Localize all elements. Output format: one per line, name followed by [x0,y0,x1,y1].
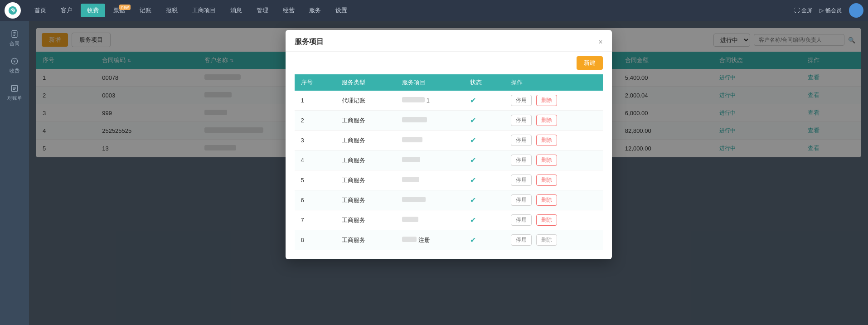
delete-button[interactable]: 删除 [536,175,557,186]
main-layout: 合同 ¥ 收费 对账单 [0,21,868,325]
modal-new-button[interactable]: 新建 [577,56,603,70]
modal-col-action: 操作 [504,74,602,91]
status-check-icon: ✔ [470,97,476,104]
modal-col-type: 服务类型 [335,74,396,91]
sidebar-item-statement[interactable]: 对账单 [2,80,27,105]
status-check-icon: ✔ [470,196,476,204]
sidebar-item-contract[interactable]: 合同 [2,25,27,51]
stop-button[interactable]: 停用 [511,135,532,146]
nav-invoice[interactable]: 票据 new [107,4,131,17]
modal-overlay[interactable]: 服务项目 × 新建 序号 服务类型 [29,21,868,325]
service-items-table: 序号 服务类型 服务项目 状态 操作 1 [295,74,603,250]
nav-right: ⛶ 全屏 ▷ 畅会员 [794,3,863,18]
modal-col-item: 服务项目 [396,74,464,91]
status-check-icon: ✔ [470,216,476,224]
list-item: 7 工商服务 ✔ 停用 删除 [295,210,603,230]
svg-point-1 [12,10,14,11]
fee-icon: ¥ [10,57,19,66]
nav-client[interactable]: 客户 [54,4,79,17]
list-item: 6 工商服务 ✔ 停用 删除 [295,190,603,210]
nav-home[interactable]: 首页 [28,4,53,17]
list-item: 4 工商服务 ✔ 停用 删除 [295,150,603,170]
delete-button-disabled[interactable]: 删除 [536,234,557,246]
sidebar-item-fee[interactable]: ¥ 收费 [2,53,27,78]
logo [5,2,21,19]
nav-bizproject[interactable]: 工商项目 [186,4,222,17]
nav-settings[interactable]: 设置 [329,4,354,17]
nav-items: 首页 客户 收费 票据 new 记账 报税 工商项目 消息 管理 经营 服务 设… [28,4,794,17]
list-item: 3 工商服务 ✔ 停用 删除 [295,131,603,150]
fullscreen-btn[interactable]: ⛶ 全屏 [794,7,812,15]
app-root: 首页 客户 收费 票据 new 记账 报税 工商项目 消息 管理 经营 服务 设… [0,0,868,325]
nav-tax[interactable]: 报税 [160,4,184,17]
list-item: 5 工商服务 ✔ 停用 删除 [295,170,603,190]
stop-button[interactable]: 停用 [511,95,532,106]
fullscreen-icon: ⛶ [794,7,800,14]
contract-icon [10,29,19,39]
modal-close-button[interactable]: × [598,38,602,46]
avatar[interactable] [849,3,863,18]
nav-message[interactable]: 消息 [224,4,248,17]
status-check-icon: ✔ [470,116,476,124]
modal-col-seq: 序号 [295,74,335,91]
delete-button[interactable]: 删除 [536,115,557,126]
svg-text:¥: ¥ [13,59,16,63]
nav-fee[interactable]: 收费 [81,4,105,17]
modal-body: 序号 服务类型 服务项目 状态 操作 1 [286,74,612,259]
nav-service[interactable]: 服务 [303,4,327,17]
status-check-icon: ✔ [470,136,476,144]
sidebar: 合同 ¥ 收费 对账单 [0,21,29,325]
delete-button[interactable]: 删除 [536,214,557,226]
top-nav: 首页 客户 收费 票据 new 记账 报税 工商项目 消息 管理 经营 服务 设… [0,0,868,21]
list-item: 2 工商服务 ✔ 停用 删除 [295,111,603,131]
stop-button[interactable]: 停用 [511,155,532,166]
list-item: 8 工商服务 注册 ✔ 停用 删除 [295,230,603,250]
service-modal: 服务项目 × 新建 序号 服务类型 [286,30,612,259]
nav-manage[interactable]: 管理 [250,4,275,17]
modal-title: 服务项目 [295,37,324,47]
modal-table-wrap[interactable]: 序号 服务类型 服务项目 状态 操作 1 [286,74,612,259]
delete-button[interactable]: 删除 [536,194,557,206]
stop-button[interactable]: 停用 [511,194,532,206]
modal-header: 服务项目 × [286,30,612,52]
modal-toolbar: 新建 [286,52,612,74]
stop-button[interactable]: 停用 [511,115,532,126]
stop-button[interactable]: 停用 [511,214,532,226]
delete-button[interactable]: 删除 [536,135,557,146]
content-area: 新增 服务项目 进行中 🔍 序号 合同编码⇅ [29,21,868,325]
status-check-icon: ✔ [470,176,476,184]
modal-col-status: 状态 [464,74,504,91]
delete-button[interactable]: 删除 [536,95,557,106]
vip-btn[interactable]: ▷ 畅会员 [820,7,842,15]
new-badge: new [119,5,131,10]
status-check-icon: ✔ [470,156,476,164]
stop-button[interactable]: 停用 [511,234,532,246]
nav-bookkeeping[interactable]: 记账 [133,4,158,17]
list-item: 1 代理记账 1 ✔ 停用 删除 [295,91,603,111]
statement-icon [10,84,19,93]
stop-button[interactable]: 停用 [511,175,532,186]
nav-business[interactable]: 经营 [276,4,301,17]
vip-icon: ▷ [820,7,824,14]
delete-button[interactable]: 删除 [536,155,557,166]
status-check-icon: ✔ [470,236,476,244]
